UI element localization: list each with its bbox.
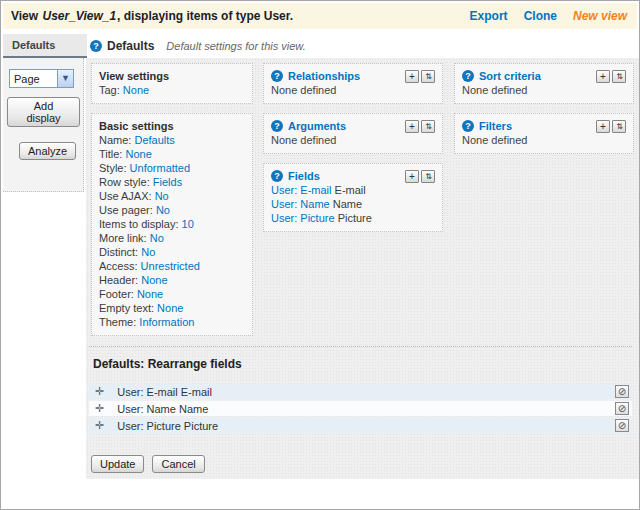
rearrange-arguments-button[interactable]: ⇅ bbox=[421, 120, 435, 133]
style-value-link[interactable]: Unformatted bbox=[130, 162, 191, 174]
remove-field-button[interactable]: ⊘ bbox=[615, 419, 629, 432]
setting-use-pager: Use pager: No bbox=[99, 203, 245, 217]
sort-criteria-title-link[interactable]: Sort criteria bbox=[479, 69, 594, 83]
row-label: User: Picture Picture bbox=[117, 420, 615, 432]
distinct-value-link[interactable]: No bbox=[141, 246, 155, 258]
column-basic: View settings Tag: None Basic settings N… bbox=[91, 63, 253, 345]
relationships-title-link[interactable]: Relationships bbox=[288, 69, 403, 83]
relationships-empty: None defined bbox=[271, 83, 435, 97]
display-sidebar: Page ▼ Add display Analyze bbox=[3, 58, 84, 192]
rearrange-fields-section: Defaults: Rearrange fields ✛ User: E-mai… bbox=[89, 346, 632, 473]
add-display-button[interactable]: Add display bbox=[7, 97, 80, 127]
use-pager-value-link[interactable]: No bbox=[156, 204, 170, 216]
display-title: Defaults bbox=[107, 39, 154, 53]
setting-distinct: Distinct: No bbox=[99, 245, 245, 259]
header-value-link[interactable]: None bbox=[141, 274, 167, 286]
field-name-link[interactable]: User: Name bbox=[271, 198, 330, 210]
field-picture-link[interactable]: User: Picture bbox=[271, 212, 335, 224]
arguments-box: ? Arguments + ⇅ None defined bbox=[263, 113, 443, 154]
remove-field-button[interactable]: ⊘ bbox=[615, 385, 629, 398]
arguments-title-link[interactable]: Arguments bbox=[288, 119, 403, 133]
tag-value-link[interactable]: None bbox=[123, 84, 149, 96]
help-icon[interactable]: ? bbox=[462, 120, 474, 132]
name-value-link[interactable]: Defaults bbox=[134, 134, 174, 146]
empty-text-value-link[interactable]: None bbox=[157, 302, 183, 314]
drag-handle-icon[interactable]: ✛ bbox=[95, 385, 104, 398]
drag-handle-icon[interactable]: ✛ bbox=[95, 419, 104, 432]
field-item: User: E-mail E-mail bbox=[271, 183, 435, 197]
clone-link[interactable]: Clone bbox=[524, 9, 557, 23]
row-label: User: Name Name bbox=[117, 403, 615, 415]
rearrange-sorts-button[interactable]: ⇅ bbox=[612, 70, 626, 83]
help-icon[interactable]: ? bbox=[271, 120, 283, 132]
add-filter-button[interactable]: + bbox=[596, 120, 610, 133]
update-button[interactable]: Update bbox=[91, 455, 144, 473]
setting-footer: Footer: None bbox=[99, 287, 245, 301]
rearrange-title: Defaults: Rearrange fields bbox=[93, 357, 632, 371]
help-icon[interactable]: ? bbox=[271, 170, 283, 182]
use-ajax-value-link[interactable]: No bbox=[155, 190, 169, 202]
fields-title-link[interactable]: Fields bbox=[288, 169, 403, 183]
items-to-display-value-link[interactable]: 10 bbox=[182, 218, 194, 230]
tab-defaults[interactable]: Defaults bbox=[3, 34, 87, 58]
setting-items-to-display: Items to display: 10 bbox=[99, 217, 245, 231]
table-row: ✛ User: Name Name ⊘ bbox=[89, 401, 632, 416]
more-link-value-link[interactable]: No bbox=[150, 232, 164, 244]
help-icon[interactable]: ? bbox=[462, 70, 474, 82]
help-icon[interactable]: ? bbox=[271, 70, 283, 82]
add-argument-button[interactable]: + bbox=[405, 120, 419, 133]
form-actions: Update Cancel bbox=[91, 455, 632, 473]
drag-handle-icon[interactable]: ✛ bbox=[95, 402, 104, 415]
row-style-value-link[interactable]: Fields bbox=[153, 176, 182, 188]
access-value-link[interactable]: Unrestricted bbox=[141, 260, 200, 272]
help-icon[interactable]: ? bbox=[90, 40, 102, 52]
theme-value-link[interactable]: Information bbox=[139, 316, 194, 328]
column-middle: ? Relationships + ⇅ None defined ? Argum… bbox=[263, 63, 443, 241]
view-title-suffix: , displaying items of type User. bbox=[117, 9, 293, 23]
setting-use-ajax: Use AJAX: No bbox=[99, 189, 245, 203]
new-view-link[interactable]: New view bbox=[573, 9, 627, 23]
chevron-down-icon: ▼ bbox=[57, 70, 73, 87]
rearrange-filters-button[interactable]: ⇅ bbox=[612, 120, 626, 133]
filters-box: ? Filters + ⇅ None defined bbox=[454, 113, 634, 154]
display-description-row: ? Defaults Default settings for this vie… bbox=[90, 37, 306, 55]
relationships-box: ? Relationships + ⇅ None defined bbox=[263, 63, 443, 104]
setting-title: Title: None bbox=[99, 147, 245, 161]
sort-criteria-empty: None defined bbox=[462, 83, 626, 97]
view-title-prefix: View bbox=[11, 9, 41, 23]
arguments-empty: None defined bbox=[271, 133, 435, 147]
column-right: ? Sort criteria + ⇅ None defined ? Filte… bbox=[454, 63, 634, 163]
setting-style: Style: Unformatted bbox=[99, 161, 245, 175]
analyze-button[interactable]: Analyze bbox=[19, 142, 76, 160]
footer-value-link[interactable]: None bbox=[137, 288, 163, 300]
view-settings-box: View settings Tag: None bbox=[91, 63, 253, 104]
basic-settings-title: Basic settings bbox=[99, 119, 174, 133]
export-link[interactable]: Export bbox=[470, 9, 508, 23]
rearrange-fields-button[interactable]: ⇅ bbox=[421, 170, 435, 183]
setting-theme: Theme: Information bbox=[99, 315, 245, 329]
add-relationship-button[interactable]: + bbox=[405, 70, 419, 83]
setting-more-link: More link: No bbox=[99, 231, 245, 245]
view-title: View User_View_1, displaying items of ty… bbox=[11, 9, 293, 23]
table-row: ✛ User: E-mail E-mail ⊘ bbox=[89, 384, 632, 399]
display-type-select[interactable]: Page ▼ bbox=[9, 69, 74, 88]
setting-name: Name: Defaults bbox=[99, 133, 245, 147]
add-sort-button[interactable]: + bbox=[596, 70, 610, 83]
view-name: User_View_1 bbox=[42, 9, 116, 23]
field-email-link[interactable]: User: E-mail bbox=[271, 184, 332, 196]
table-row: ✛ User: Picture Picture ⊘ bbox=[89, 418, 632, 433]
setting-tag: Tag: None bbox=[99, 83, 245, 97]
remove-field-button[interactable]: ⊘ bbox=[615, 402, 629, 415]
add-field-button[interactable]: + bbox=[405, 170, 419, 183]
setting-header: Header: None bbox=[99, 273, 245, 287]
rearrange-relationships-button[interactable]: ⇅ bbox=[421, 70, 435, 83]
field-item: User: Name Name bbox=[271, 197, 435, 211]
filters-title-link[interactable]: Filters bbox=[479, 119, 594, 133]
setting-access: Access: Unrestricted bbox=[99, 259, 245, 273]
display-type-value: Page bbox=[10, 70, 57, 87]
cancel-button[interactable]: Cancel bbox=[152, 455, 204, 473]
title-value-link[interactable]: None bbox=[126, 148, 152, 160]
sort-criteria-box: ? Sort criteria + ⇅ None defined bbox=[454, 63, 634, 104]
views-ui-page: View User_View_1, displaying items of ty… bbox=[0, 0, 640, 510]
basic-settings-box: Basic settings Name: Defaults Title: Non… bbox=[91, 113, 253, 336]
